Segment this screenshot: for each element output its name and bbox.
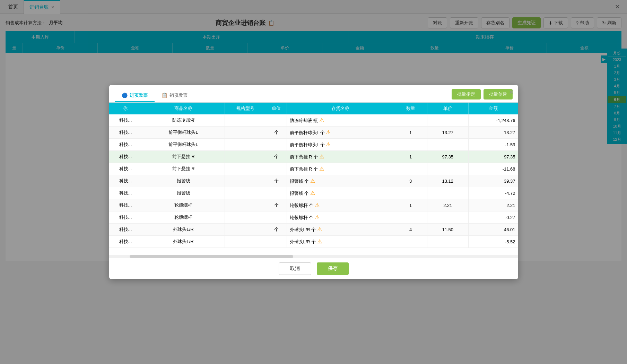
cell-company: 科技... xyxy=(109,187,142,199)
cell-company: 科技... xyxy=(109,163,142,175)
table-scrollbar[interactable] xyxy=(109,255,518,258)
cell-spec xyxy=(225,163,266,175)
cell-unit xyxy=(266,211,287,224)
cell-quantity: 4 xyxy=(394,224,427,236)
cell-company: 科技... xyxy=(109,236,142,248)
cell-unit: 个 xyxy=(266,127,287,139)
col-unit-price: 单价 xyxy=(427,103,468,114)
batch-create-button[interactable]: 批量创建 xyxy=(484,89,513,99)
table-row: 科技...轮毂螺杆轮毂螺杆 个 ⚠-0.27 xyxy=(109,211,518,224)
warning-icon: ⚠ xyxy=(319,154,324,159)
cell-unit-price: 97.35 xyxy=(427,151,468,163)
cell-spec xyxy=(225,236,266,248)
cell-product-name: 前平衡杆球头L xyxy=(142,139,225,151)
cell-amount: 2.21 xyxy=(468,199,518,211)
cell-inventory-name: 前下悬挂 R 个 ⚠ xyxy=(287,151,394,163)
cell-company: 科技... xyxy=(109,114,142,127)
modal-tabs: 🔵 进项发票 📋 销项发票 xyxy=(115,89,194,102)
cell-unit-price xyxy=(427,114,468,127)
cell-product-name: 外球头L/R xyxy=(142,224,225,236)
warning-icon: ⚠ xyxy=(319,117,324,123)
modal-table-container: 你 商品名称 规格型号 单位 存货名称 数量 单价 金额 科技...防冻冷却液防… xyxy=(109,103,518,255)
col-inventory-name: 存货名称 xyxy=(287,103,394,114)
warning-icon: ⚠ xyxy=(317,226,322,232)
cell-unit xyxy=(266,139,287,151)
cell-quantity xyxy=(394,236,427,248)
table-row: 科技...外球头L/R外球头L/R 个 ⚠-5.52 xyxy=(109,236,518,248)
tab-incoming-invoice[interactable]: 🔵 进项发票 xyxy=(115,89,155,102)
cell-spec xyxy=(225,114,266,127)
cell-product-name: 报警线 xyxy=(142,175,225,187)
cell-unit-price: 11.50 xyxy=(427,224,468,236)
col-product-name: 商品名称 xyxy=(142,103,225,114)
cell-amount: -5.52 xyxy=(468,236,518,248)
cell-unit: 个 xyxy=(266,224,287,236)
cancel-button[interactable]: 取消 xyxy=(279,262,311,275)
table-row: 科技...报警线个报警线 个 ⚠313.1239.37 xyxy=(109,175,518,187)
cell-unit-price xyxy=(427,236,468,248)
modal-header: 🔵 进项发票 📋 销项发票 批量指定 批量创建 ✕ xyxy=(109,85,518,103)
table-row: 科技...轮毂螺杆个轮毂螺杆 个 ⚠12.212.21 xyxy=(109,199,518,211)
warning-icon: ⚠ xyxy=(317,239,322,244)
cell-product-name: 前下悬挂 R xyxy=(142,151,225,163)
outgoing-invoice-icon: 📋 xyxy=(162,93,167,98)
tab-outgoing-invoice[interactable]: 📋 销项发票 xyxy=(155,89,194,102)
cell-unit: 个 xyxy=(266,175,287,187)
cell-quantity xyxy=(394,163,427,175)
invoice-table: 你 商品名称 规格型号 单位 存货名称 数量 单价 金额 科技...防冻冷却液防… xyxy=(109,103,518,248)
cell-quantity: 1 xyxy=(394,127,427,139)
cell-unit xyxy=(266,114,287,127)
cell-amount: 97.35 xyxy=(468,151,518,163)
cell-company: 科技... xyxy=(109,224,142,236)
cell-unit xyxy=(266,187,287,199)
cell-company: 科技... xyxy=(109,211,142,224)
cell-product-name: 轮毂螺杆 xyxy=(142,211,225,224)
cell-unit-price xyxy=(427,163,468,175)
scrollbar-thumb[interactable] xyxy=(130,255,293,258)
cell-product-name: 轮毂螺杆 xyxy=(142,199,225,211)
save-button[interactable]: 保存 xyxy=(317,262,349,275)
cell-unit-price xyxy=(427,187,468,199)
modal-close-button[interactable]: ✕ xyxy=(509,88,514,96)
col-unit: 单位 xyxy=(266,103,287,114)
cell-amount: -11.68 xyxy=(468,163,518,175)
cell-product-name: 前平衡杆球头L xyxy=(142,127,225,139)
col-spec: 规格型号 xyxy=(225,103,266,114)
table-row: 科技...前平衡杆球头L前平衡杆球头L 个 ⚠-1.59 xyxy=(109,139,518,151)
cell-unit xyxy=(266,163,287,175)
table-row: 科技...防冻冷却液防冻冷却液 瓶 ⚠-1,243.76 xyxy=(109,114,518,127)
cell-spec xyxy=(225,199,266,211)
cell-product-name: 报警线 xyxy=(142,187,225,199)
cell-spec xyxy=(225,187,266,199)
cell-spec xyxy=(225,224,266,236)
table-row: 科技...外球头L/R个外球头L/R 个 ⚠411.5046.01 xyxy=(109,224,518,236)
table-row: 科技...报警线报警线 个 ⚠-4.72 xyxy=(109,187,518,199)
batch-assign-button[interactable]: 批量指定 xyxy=(452,89,481,99)
cell-unit: 个 xyxy=(266,199,287,211)
modal-overlay: 🔵 进项发票 📋 销项发票 批量指定 批量创建 ✕ xyxy=(0,0,627,364)
cell-amount: -0.27 xyxy=(468,211,518,224)
modal-footer: 取消 保存 xyxy=(109,258,518,279)
cell-product-name: 外球头L/R xyxy=(142,236,225,248)
cell-quantity xyxy=(394,211,427,224)
warning-icon: ⚠ xyxy=(310,190,315,196)
cell-amount: 39.37 xyxy=(468,175,518,187)
cell-quantity xyxy=(394,187,427,199)
cell-amount: -4.72 xyxy=(468,187,518,199)
col-quantity: 数量 xyxy=(394,103,427,114)
cell-unit-price: 2.21 xyxy=(427,199,468,211)
modal-actions: 批量指定 批量创建 xyxy=(452,89,513,102)
cell-inventory-name: 轮毂螺杆 个 ⚠ xyxy=(287,211,394,224)
cell-unit-price: 13.12 xyxy=(427,175,468,187)
cell-unit xyxy=(266,236,287,248)
cell-amount: 13.27 xyxy=(468,127,518,139)
cell-company: 科技... xyxy=(109,139,142,151)
table-row: 科技...前下悬挂 R前下悬挂 R 个 ⚠-11.68 xyxy=(109,163,518,175)
cell-company: 科技... xyxy=(109,127,142,139)
table-row: 科技...前平衡杆球头L个前平衡杆球头L 个 ⚠113.2713.27 xyxy=(109,127,518,139)
cell-inventory-name: 前平衡杆球头L 个 ⚠ xyxy=(287,139,394,151)
cell-quantity: 3 xyxy=(394,175,427,187)
cell-inventory-name: 轮毂螺杆 个 ⚠ xyxy=(287,199,394,211)
cell-spec xyxy=(225,127,266,139)
cell-quantity xyxy=(394,114,427,127)
